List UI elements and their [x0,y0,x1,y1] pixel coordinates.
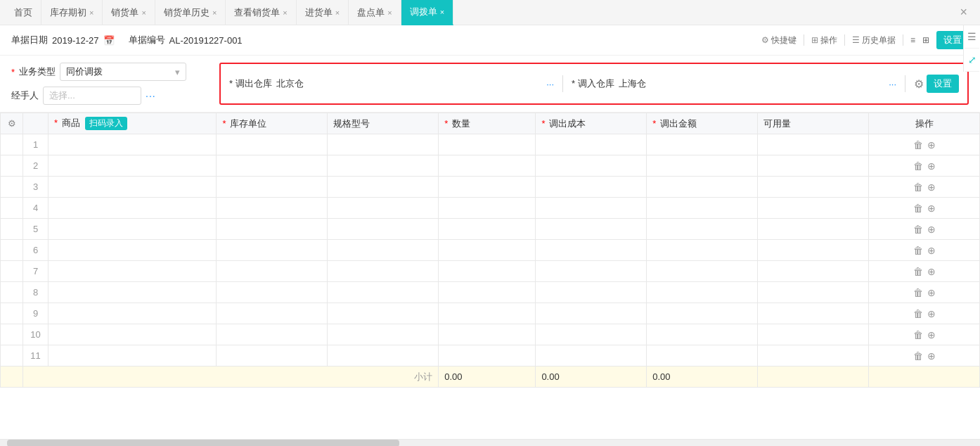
row-5-product[interactable] [49,219,217,240]
row-7-amount[interactable] [647,261,758,282]
tab-sales-order-close[interactable]: × [141,8,146,17]
history-action[interactable]: ☰ 历史单据 [852,34,896,46]
row-9-cost[interactable] [536,303,647,324]
row-9-amount[interactable] [647,303,758,324]
delete-icon[interactable]: 🗑 [913,308,923,319]
copy-icon[interactable]: ⊕ [927,266,936,277]
tab-inventory-init[interactable]: 库存期初 × [41,0,103,25]
row-6-unit[interactable] [217,240,328,261]
row-7-unit[interactable] [217,261,328,282]
row-10-spec[interactable] [328,324,439,345]
row-11-qty[interactable] [439,345,536,367]
row-11-cost[interactable] [536,345,647,367]
delete-icon[interactable]: 🗑 [913,139,923,151]
row-10-amount[interactable] [647,324,758,345]
row-5-unit[interactable] [217,219,328,240]
row-9-qty[interactable] [439,303,536,324]
row-5-qty[interactable] [439,219,536,240]
manager-ellipsis[interactable]: ··· [146,90,156,101]
row-8-amount[interactable] [647,282,758,303]
row-10-unit[interactable] [217,324,328,345]
row-11-unit[interactable] [217,345,328,367]
copy-icon[interactable]: ⊕ [927,203,936,214]
row-7-cost[interactable] [536,261,647,282]
scrollbar-thumb[interactable] [7,440,399,446]
delete-icon[interactable]: 🗑 [913,160,923,172]
gear-icon[interactable]: ⚙ [914,77,924,91]
copy-icon[interactable]: ⊕ [927,350,936,362]
tab-purchase[interactable]: 进货单 × [297,0,349,25]
tab-transfer[interactable]: 调拨单 × [401,0,453,25]
row-3-cost[interactable] [536,177,647,198]
row-3-amount[interactable] [647,177,758,198]
row-6-amount[interactable] [647,240,758,261]
row-5-amount[interactable] [647,219,758,240]
row-2-qty[interactable] [439,155,536,177]
tab-view-sales[interactable]: 查看销货单 × [226,0,296,25]
row-1-cost[interactable] [536,134,647,155]
tab-purchase-close[interactable]: × [335,8,340,17]
tab-sales-history-close[interactable]: × [212,8,217,17]
tab-sales-history[interactable]: 销货单历史 × [155,0,226,25]
row-8-qty[interactable] [439,282,536,303]
row-10-qty[interactable] [439,324,536,345]
manager-input[interactable]: 选择... [43,87,141,105]
settings-button-2[interactable]: 设置 [927,75,959,93]
copy-icon[interactable]: ⊕ [927,329,936,340]
row-10-cost[interactable] [536,324,647,345]
calendar-icon[interactable]: 📅 [103,35,115,46]
shortcut-action[interactable]: ⚙ 快捷键 [761,34,797,46]
delete-icon[interactable]: 🗑 [913,181,923,193]
tab-inventory-init-close[interactable]: × [89,8,94,17]
row-6-qty[interactable] [439,240,536,261]
close-window-button[interactable]: × [953,5,974,20]
grid-view-action[interactable]: ⊞ [922,35,929,45]
row-4-spec[interactable] [328,198,439,219]
transfer-in-ellipsis[interactable]: ··· [889,79,896,89]
list-view-action[interactable]: ≡ [910,35,915,45]
row-11-product[interactable] [49,345,217,367]
row-2-spec[interactable] [328,155,439,177]
row-9-spec[interactable] [328,303,439,324]
copy-icon[interactable]: ⊕ [927,245,936,256]
row-5-spec[interactable] [328,219,439,240]
business-type-select[interactable]: 同价调拨 ▾ [60,63,186,81]
row-11-amount[interactable] [647,345,758,367]
operation-action[interactable]: ⊞ 操作 [811,34,837,46]
row-1-product[interactable] [49,134,217,155]
delete-icon[interactable]: 🗑 [913,350,923,362]
row-5-cost[interactable] [536,219,647,240]
row-8-product[interactable] [49,282,217,303]
delete-icon[interactable]: 🗑 [913,245,923,256]
row-1-qty[interactable] [439,134,536,155]
row-4-unit[interactable] [217,198,328,219]
horizontal-scrollbar[interactable] [0,439,980,446]
tab-transfer-close[interactable]: × [440,8,444,16]
row-1-unit[interactable] [217,134,328,155]
tab-view-sales-close[interactable]: × [283,8,287,17]
sidebar-doc-list[interactable]: ☰ [965,25,979,49]
copy-icon[interactable]: ⊕ [927,181,936,193]
row-1-amount[interactable] [647,134,758,155]
delete-icon[interactable]: 🗑 [913,329,923,340]
row-3-qty[interactable] [439,177,536,198]
delete-icon[interactable]: 🗑 [913,266,923,277]
row-4-cost[interactable] [536,198,647,219]
row-6-cost[interactable] [536,240,647,261]
row-2-cost[interactable] [536,155,647,177]
row-7-product[interactable] [49,261,217,282]
row-3-product[interactable] [49,177,217,198]
row-2-amount[interactable] [647,155,758,177]
row-2-unit[interactable] [217,155,328,177]
row-11-spec[interactable] [328,345,439,367]
delete-icon[interactable]: 🗑 [913,203,923,214]
row-4-amount[interactable] [647,198,758,219]
row-6-product[interactable] [49,240,217,261]
tab-inventory-check[interactable]: 盘点单 × [349,0,401,25]
row-7-spec[interactable] [328,261,439,282]
tab-sales-order[interactable]: 销货单 × [103,0,155,25]
row-8-cost[interactable] [536,282,647,303]
copy-icon[interactable]: ⊕ [927,224,936,235]
row-4-product[interactable] [49,198,217,219]
delete-icon[interactable]: 🗑 [913,224,923,235]
